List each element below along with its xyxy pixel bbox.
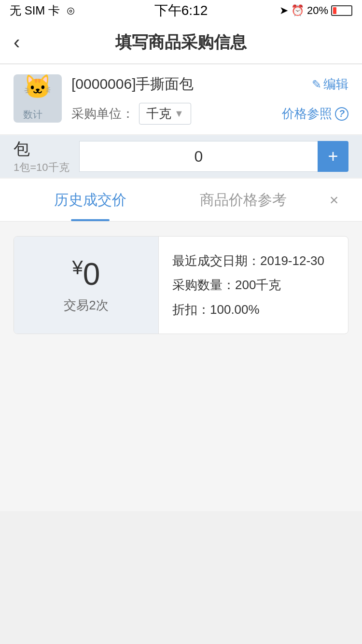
price-ref-label: 价格参照 [282,105,332,122]
purchase-quantity-row: 采购数量：200千克 [172,276,334,294]
quantity-input[interactable] [79,141,318,172]
status-bar: 无 SIM 卡 ⊙ 下午6:12 ➤ ⏰ 20% [0,0,362,21]
purchase-quantity-value: 200千克 [235,278,281,292]
history-price-display: ¥0 [72,256,100,292]
edit-icon: ✎ [312,78,321,91]
currency-symbol: ¥ [72,257,83,278]
history-card-detail-section: 最近成交日期：2019-12-30 采购数量：200千克 折扣：100.00% [159,237,348,334]
edit-button[interactable]: ✎ 编辑 [312,76,348,93]
status-bar-right: ➤ ⏰ 20% [279,4,352,17]
back-button[interactable]: ‹ [14,31,20,53]
battery-percent: 20% [307,4,328,17]
quantity-input-area: + [79,141,348,172]
product-name: [0000006]手撕面包 [71,74,194,94]
page-title: 填写商品采购信息 [115,31,247,54]
tabs-row: 历史成交价 商品价格参考 × [0,179,362,222]
status-bar-left: 无 SIM 卡 ⊙ [10,3,75,18]
tab-close-button[interactable]: × [320,185,348,214]
price-reference-button[interactable]: 价格参照 ? [282,105,348,122]
history-content: ¥0 交易2次 最近成交日期：2019-12-30 采购数量：200千克 折扣：… [0,222,362,511]
recent-date-row: 最近成交日期：2019-12-30 [172,252,334,269]
quantity-conversion-label: 1包=10千克 [14,160,70,175]
quantity-unit-label: 包 [14,138,30,160]
product-image: 🐱数计 [14,74,62,123]
battery-icon [331,5,352,16]
price-value: 0 [83,257,100,292]
discount-row: 折扣：100.00% [172,301,334,318]
status-bar-time: 下午6:12 [154,1,208,20]
tab-active-indicator [71,219,110,221]
quantity-label-box: 包 1包=10千克 [14,138,70,175]
price-ref-info-icon: ? [335,107,348,121]
unit-dropdown-arrow-icon: ▼ [174,108,184,119]
quantity-row: 包 1包=10千克 + [0,135,362,178]
unit-select[interactable]: 千克 ▼ [139,103,191,125]
nav-bar: ‹ 填写商品采购信息 [0,21,362,64]
navigation-icon: ➤ [279,4,288,17]
history-card-price-section: ¥0 交易2次 [14,237,159,334]
product-card: 🐱数计 [0000006]手撕面包 ✎ 编辑 采购单位： 千克 ▼ [0,65,362,134]
tab-history-price[interactable]: 历史成交价 [14,179,167,221]
plus-icon: + [328,146,338,167]
unit-label: 采购单位： [71,105,134,122]
unit-value: 千克 [146,105,171,122]
alarm-icon: ⏰ [291,4,304,17]
recent-date-value: 2019-12-30 [260,253,324,268]
product-info: [0000006]手撕面包 ✎ 编辑 采购单位： 千克 ▼ 价格参照 ? [71,74,348,125]
purchase-quantity-label: 采购数量： [172,278,235,292]
discount-value: 100.00% [210,302,260,317]
trade-count: 交易2次 [64,297,108,314]
discount-label: 折扣： [172,302,210,317]
product-logo-icon: 🐱数计 [23,75,52,122]
tab-price-reference[interactable]: 商品价格参考 [167,179,320,221]
edit-label: 编辑 [323,76,348,93]
tab-price-ref-label: 商品价格参考 [200,190,287,210]
history-card: ¥0 交易2次 最近成交日期：2019-12-30 采购数量：200千克 折扣：… [14,236,348,334]
recent-date-label: 最近成交日期： [172,253,260,268]
quantity-plus-button[interactable]: + [318,141,348,172]
close-icon: × [330,191,339,209]
tab-history-label: 历史成交价 [54,190,126,210]
